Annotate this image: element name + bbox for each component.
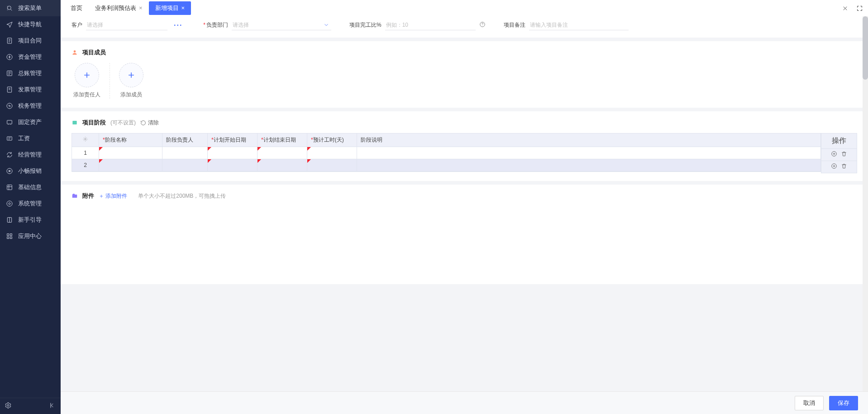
sidebar-item-label: 资金管理 [18,53,42,61]
cell[interactable] [258,147,307,159]
svg-rect-16 [10,237,12,238]
field-remark: 项目备注 [504,20,629,30]
cell[interactable] [99,147,162,159]
sidebar-item-compass[interactable]: 快捷导航 [0,16,61,33]
customer-select[interactable] [86,20,167,30]
sidebar-item-search[interactable]: 搜索菜单 [0,0,61,16]
close-icon[interactable]: × [139,5,143,11]
sidebar-item-label: 快捷导航 [18,20,42,29]
sidebar-item-invoice[interactable]: 发票管理 [0,81,61,98]
customer-label: 客户 [72,21,82,29]
cell[interactable] [162,147,208,159]
percent-label: 项目完工比% [349,21,382,29]
col-header: *预计工时(天) [307,133,357,147]
cell[interactable] [258,159,307,171]
add-row-icon[interactable] [831,163,837,171]
sidebar-item-cycle[interactable]: 经营管理 [0,147,61,163]
percent-input[interactable] [385,20,476,30]
ops-header: 操作 [821,133,857,148]
phase-clear-button[interactable]: 清除 [140,119,159,127]
attachment-title: 附件 [82,192,94,200]
table-row: 2 [72,159,820,171]
cell[interactable] [162,159,208,171]
sidebar-item-tax[interactable]: 税务管理 [0,98,61,114]
sidebar-item-label: 基础信息 [18,183,42,191]
collapse-icon[interactable] [49,402,56,411]
sidebar-item-doc[interactable]: 项目合同 [0,33,61,49]
sidebar-item-base[interactable]: 基础信息 [0,179,61,195]
members-title: 项目成员 [82,48,106,57]
sidebar-item-asset[interactable]: 固定资产 [0,114,61,130]
sidebar-item-sys[interactable]: 系统管理 [0,195,61,212]
scrollbar[interactable] [863,16,868,391]
field-customer: 客户 ··· [72,20,185,30]
sidebar-footer [0,398,61,414]
cell[interactable] [99,159,162,171]
svg-rect-9 [7,185,12,190]
close-icon[interactable]: × [181,5,185,11]
add-row-icon[interactable] [831,151,837,159]
svg-rect-21 [72,121,76,124]
sidebar-item-guide[interactable]: 新手引导 [0,212,61,228]
tab-label: 首页 [71,5,82,11]
col-header: 阶段说明 [357,133,820,147]
section-members: 项目成员 添加责任人 添加成员 [61,41,868,111]
sidebar-item-label: 搜索菜单 [18,4,42,12]
add-member-button[interactable] [119,63,143,87]
add-owner-button[interactable] [75,63,99,87]
cancel-button[interactable]: 取消 [795,396,824,410]
sidebar-item-book[interactable]: 总账管理 [0,65,61,81]
settings-icon[interactable] [5,402,12,411]
guide-icon [5,216,14,224]
section-phase: 项目阶段 (可不设置) 清除 *阶段名称阶段负责人*计划开始日期*计划结束日期*… [61,111,868,185]
svg-rect-15 [7,237,9,238]
salary-icon [5,134,14,143]
attachment-icon [72,193,78,199]
tabbar-actions [839,2,868,14]
attachment-tip: 单个大小不超过200MB，可拖拽上传 [138,192,226,200]
delete-row-icon[interactable] [841,163,847,171]
form-body: 客户 ··· *负责部门 项目完工比% 项目备注 [61,16,868,391]
tab-业务利润预估表[interactable]: 业务利润预估表× [89,1,149,15]
svg-point-17 [7,404,9,406]
sidebar: 搜索菜单快捷导航项目合同资金管理总账管理发票管理税务管理固定资产工资经营管理小畅… [0,0,61,414]
phase-optional: (可不设置) [110,119,136,127]
gc-icon [5,167,14,175]
dept-select[interactable] [232,20,331,30]
svg-rect-6 [7,120,12,124]
apps-icon [5,232,14,240]
add-attachment-button[interactable]: ＋ 添加附件 [99,192,127,200]
col-header: *计划开始日期 [208,133,258,147]
sidebar-item-gc[interactable]: 小畅报销 [0,163,61,179]
phase-title: 项目阶段 [82,119,106,127]
tab-新增项目[interactable]: 新增项目× [149,1,191,15]
remark-input[interactable] [529,20,629,30]
sidebar-item-apps[interactable]: 应用中心 [0,228,61,244]
cell[interactable] [307,147,357,159]
sidebar-item-money[interactable]: 资金管理 [0,49,61,65]
dept-label: *负责部门 [203,21,228,29]
tab-首页[interactable]: 首页 [64,1,89,15]
book-icon [5,69,14,77]
sidebar-item-label: 应用中心 [18,232,42,240]
save-button[interactable]: 保存 [829,396,858,410]
delete-row-icon[interactable] [841,151,847,159]
cell[interactable] [208,147,258,159]
cell[interactable] [357,159,820,171]
sidebar-item-label: 发票管理 [18,86,42,94]
cell[interactable] [307,159,357,171]
customer-more-icon[interactable]: ··· [171,21,185,29]
cell[interactable] [208,159,258,171]
table-row: 1 [72,147,820,159]
sidebar-item-salary[interactable]: 工资 [0,130,61,147]
cell[interactable] [357,147,820,159]
sidebar-nav: 搜索菜单快捷导航项目合同资金管理总账管理发票管理税务管理固定资产工资经营管理小畅… [0,0,61,398]
svg-point-19 [482,25,482,26]
gear-icon[interactable] [72,133,99,147]
fullscreen-icon[interactable] [854,2,865,14]
help-icon[interactable] [479,21,486,29]
close-panel-icon[interactable] [839,2,851,14]
phase-icon [72,119,78,126]
col-header: *计划结束日期 [258,133,307,147]
sidebar-item-label: 小畅报销 [18,167,42,175]
